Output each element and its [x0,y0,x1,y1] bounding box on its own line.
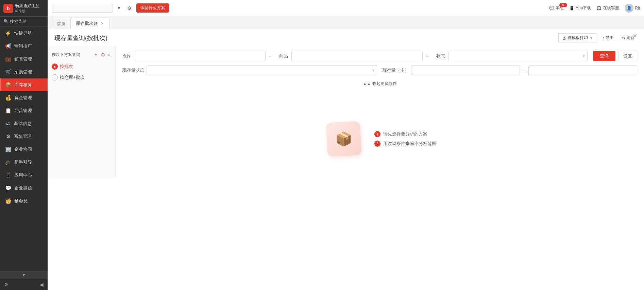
filter-actions: 查询 设置 [593,51,637,61]
username: Rit [635,6,640,11]
status-select[interactable] [448,51,588,61]
message-badge: 99+ [559,3,567,7]
left-panel: 按以下方案查询 ＋ ⊙ « ● 按批次 ○ 按仓库+批次 [48,46,116,178]
stock-status-filter-group: 现存量状态 ▼ [122,65,377,75]
print-dropdown-icon[interactable]: ▼ [589,36,593,40]
sidebar-item-appcenter[interactable]: 📱应用中心 [0,169,48,182]
nav-label-appcenter: 应用中心 [14,172,32,178]
sidebar-footer: ⚙ ◀ [0,279,48,290]
empty-tip-1: 1 请先选择要分析的方案 [374,131,436,137]
sidebar-item-basics[interactable]: 🗂基础信息 [0,117,48,130]
nav-label-marketing: 营销推广 [14,43,32,49]
nav-gear-btn[interactable]: ⚙ [125,5,134,12]
sidebar-header: b 畅康通好生意 标准版 [0,0,48,17]
edition-label: 标准版 [15,9,39,14]
query-btn[interactable]: 查询 [593,51,615,61]
message-btn[interactable]: 💬 消息 99+ [549,5,564,11]
content-area: 现存量查询(按批次) 🖨 按模板打印 ▼ ↑ 导出 ↻ 刷新 [48,29,644,290]
nav-label-enterprise: 企业协同 [14,146,32,152]
scheme-item-by-warehouse-batch[interactable]: ○ 按仓库+批次 [48,72,115,83]
sidebar-item-operations[interactable]: 📋经营管理 [0,104,48,117]
app-download-btn[interactable]: 📱 App下载 [569,5,591,11]
product-more-btn[interactable]: ··· [425,53,431,59]
nav-icon-member: 👑 [5,198,12,204]
warehouse-filter-group: 仓库 ··· [122,51,274,61]
sidebar-item-inventory[interactable]: 📦库存核算 [0,78,48,91]
sidebar-scroll-down[interactable]: ▼ [0,271,48,279]
export-label: 导出 [606,35,614,41]
experience-btn[interactable]: 体验行业方案 [136,3,169,13]
app-download-icon: 📱 [569,6,574,11]
stock-status-select[interactable] [147,65,377,75]
empty-tips: 1 请先选择要分析的方案 2 用过滤条件来缩小分析范围 [374,131,436,147]
empty-state: 📦 1 请先选择要分析的方案 2 用过滤条件来缩小分析范围 [122,91,637,173]
nav-icon-quick-nav: ⚡ [5,30,12,36]
nav-label-wxwork: 企业微信 [14,185,32,191]
sidebar-item-purchase[interactable]: 🛒采购管理 [0,66,48,78]
sidebar-item-marketing[interactable]: 📢营销推广 [0,40,48,53]
stock-qty-min-input[interactable] [411,65,520,75]
scheme-settings-btn[interactable]: ⊙ [100,51,106,58]
sidebar-item-sales[interactable]: 💼销售管理 [0,53,48,66]
tab-inventory-batch[interactable]: 库存批次账 ✕ [71,18,109,29]
nav-search-input[interactable] [52,4,113,13]
tip-2-num: 2 [374,141,380,147]
nav-dropdown-btn[interactable]: ▼ [116,5,122,11]
nav-label-finance: 资金管理 [14,95,32,101]
message-icon: 💬 [549,6,554,11]
page-close-btn[interactable]: ✕ [633,33,637,39]
nav-label-basics: 基础信息 [14,121,32,127]
scheme-label-by-warehouse-batch: 按仓库+批次 [60,74,85,80]
nav-icon-sales: 💼 [5,56,12,62]
sidebar-item-quick-nav[interactable]: ⚡快捷导航 [0,27,48,40]
warehouse-input[interactable] [135,51,266,61]
stock-qty-dash: — [522,68,526,73]
filter-row-1: 仓库 ··· 商品 ··· 状态 [122,51,637,61]
sidebar-item-system[interactable]: ⚙系统管理 [0,130,48,143]
print-label: 按模板打印 [567,35,588,41]
sidebar-search[interactable]: 🔍 搜索菜单 [0,17,48,27]
left-panel-title: 按以下方案查询 [52,52,80,58]
nav-icon-marketing: 📢 [5,43,12,49]
page-header: 现存量查询(按批次) 🖨 按模板打印 ▼ ↑ 导出 ↻ 刷新 [48,29,644,46]
settings-icon[interactable]: ⚙ [4,282,9,287]
nav-label-sales: 销售管理 [14,56,32,62]
tab-home[interactable]: 首页 [52,18,71,29]
warehouse-label: 仓库 [122,53,133,59]
empty-tip-2: 2 用过滤条件来缩小分析范围 [374,141,436,147]
customer-service-btn[interactable]: 🎧 在线客服 [596,5,619,11]
tab-bar: 首页 库存批次账 ✕ [48,16,644,29]
stock-qty-max-input[interactable] [528,65,637,75]
sidebar-item-wxwork[interactable]: 💬企业微信 [0,182,48,195]
print-icon: 🖨 [562,36,566,40]
page-header-actions: 🖨 按模板打印 ▼ ↑ 导出 ↻ 刷新 [558,33,637,42]
nav-icon-finance: 💰 [5,95,12,101]
sidebar-item-newuser[interactable]: 🎓新手引导 [0,156,48,169]
right-panel: 仓库 ··· 商品 ··· 状态 [116,46,644,178]
user-area[interactable]: 👤 Rit [625,4,640,13]
main-body: 按以下方案查询 ＋ ⊙ « ● 按批次 ○ 按仓库+批次 [48,46,644,178]
nav-icon-operations: 📋 [5,108,12,114]
scheme-icon-gray: ○ [52,74,58,80]
collapse-up-icon: ▲▲ [363,81,371,86]
nav-icon-purchase: 🛒 [5,69,12,75]
warehouse-more-btn[interactable]: ··· [268,53,274,59]
sidebar-nav: ⚡快捷导航📢营销推广💼销售管理🛒采购管理📦库存核算💰资金管理📋经营管理🗂基础信息… [0,27,48,271]
stock-status-select-wrapper: ▼ [147,65,377,75]
settings-btn[interactable]: 设置 [618,51,637,61]
collapse-filters-btn[interactable]: ▲▲ 收起更多条件 [363,79,397,88]
collapse-left-panel-btn[interactable]: « [107,51,111,58]
nav-label-newuser: 新手引导 [14,159,32,165]
sidebar-item-member[interactable]: 👑畅会员 [0,195,48,207]
sidebar-item-enterprise[interactable]: 🏢企业协同 [0,143,48,156]
product-input[interactable] [291,51,422,61]
tab-close-btn[interactable]: ✕ [100,21,104,26]
collapse-sidebar-icon[interactable]: ◀ [40,282,44,287]
add-scheme-btn[interactable]: ＋ [93,51,99,58]
stock-qty-label: 现存量（主） [383,67,409,73]
export-btn[interactable]: ↑ 导出 [600,34,616,42]
search-label: 搜索菜单 [10,19,26,24]
sidebar-item-finance[interactable]: 💰资金管理 [0,91,48,104]
scheme-item-by-batch[interactable]: ● 按批次 [48,61,115,72]
print-btn[interactable]: 🖨 按模板打印 ▼ [558,33,597,42]
